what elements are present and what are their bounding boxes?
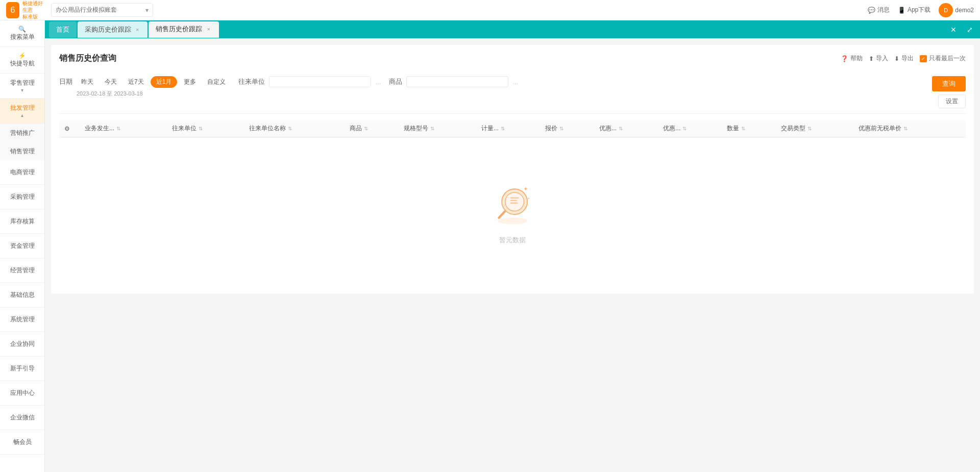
sort-icon: ⇅ <box>199 126 203 131</box>
sidebar-item-label: 基础信息 <box>10 291 35 299</box>
sidebar-item-wechat[interactable]: 企业微信 <box>0 406 44 430</box>
col-biz-date[interactable]: 业务发生...⇅ <box>80 120 167 137</box>
user-menu[interactable]: D demo2 <box>939 3 974 17</box>
sort-icon: ⇅ <box>288 126 292 131</box>
col-discount2[interactable]: 优惠...⇅ <box>658 120 722 137</box>
page-card: 销售历史价查询 ❓ 帮助 ⬆ 导入 ⬇ 导出 <box>51 45 974 294</box>
col-trade-type[interactable]: 交易类型⇅ <box>776 120 853 137</box>
download-icon: 📱 <box>898 7 905 14</box>
message-button[interactable]: 💬 消息 <box>868 6 890 14</box>
sidebar-item-inventory[interactable]: 库存核算 <box>0 209 44 234</box>
only-last-checkbox-wrap[interactable]: ✓ 只看最后一次 <box>920 54 966 63</box>
tab-home[interactable]: 首页 <box>49 21 77 38</box>
date-range-display: 2023-02-18 至 2023-03-18 <box>77 90 230 98</box>
content-area: 首页 采购历史价跟踪 × 销售历史价跟踪 × ✕ ⤢ 销售历史价查询 <box>45 20 980 472</box>
date-btn-1month[interactable]: 近1月 <box>151 76 178 88</box>
sort-icon: ⇅ <box>116 126 120 131</box>
date-btn-7days[interactable]: 近7天 <box>124 76 149 88</box>
col-product[interactable]: 商品⇅ <box>345 120 399 137</box>
data-table: ⚙ 业务发生...⇅ 往来单位⇅ 往来单位名称⇅ <box>59 120 966 137</box>
maximize-button[interactable]: ⤢ <box>964 23 976 36</box>
date-btn-today[interactable]: 今天 <box>100 76 121 88</box>
sidebar-item-system[interactable]: 系统管理 <box>0 308 44 332</box>
sidebar-item-marketing[interactable]: 营销推广 <box>0 124 44 142</box>
page-title: 销售历史价查询 <box>59 53 116 64</box>
unit-filter-dots[interactable]: ... <box>375 78 381 86</box>
search-icon: 🔍 <box>18 26 26 33</box>
sidebar-item-label: 畅会员 <box>13 438 32 446</box>
sidebar-item-label: 库存核算 <box>10 217 35 226</box>
query-button[interactable]: 查询 <box>932 76 966 91</box>
col-pretax-price[interactable]: 优惠前无税单价⇅ <box>853 120 966 137</box>
table-header: ⚙ 业务发生...⇅ 往来单位⇅ 往来单位名称⇅ <box>59 120 966 137</box>
checkbox-icon: ✓ <box>920 55 927 62</box>
table-header-row: ⚙ 业务发生...⇅ 往来单位⇅ 往来单位名称⇅ <box>59 120 966 137</box>
sidebar-item-label: 企业微信 <box>10 413 35 422</box>
sidebar-item-label: 营销推广 <box>10 129 35 137</box>
date-btn-custom[interactable]: 自定义 <box>203 76 230 88</box>
import-label: 导入 <box>876 54 888 63</box>
tab-sales[interactable]: 销售历史价跟踪 × <box>149 21 218 38</box>
empty-state: ✦ ✦ 暂元数据 <box>59 137 966 286</box>
sidebar-item-operations[interactable]: 经营管理 <box>0 258 44 283</box>
sidebar-item-retail[interactable]: 零售管理 ▾ <box>0 74 44 99</box>
col-unit-name[interactable]: 往来单位名称⇅ <box>244 120 345 137</box>
unit-filter-group: 往来单位 ... <box>238 76 381 87</box>
logo-text: 畅捷通好生意标准版 <box>22 0 47 20</box>
col-discount1[interactable]: 优惠...⇅ <box>594 120 658 137</box>
col-quantity[interactable]: 数量⇅ <box>722 120 776 137</box>
sidebar-item-appstore[interactable]: 应用中心 <box>0 381 44 406</box>
chevron-down-icon: ▾ <box>145 7 149 14</box>
date-filter-label: 日期 <box>59 77 72 86</box>
col-unit[interactable]: 计量...⇅ <box>476 120 540 137</box>
col-price[interactable]: 报价⇅ <box>540 120 594 137</box>
import-button[interactable]: ⬆ 导入 <box>869 54 888 63</box>
product-filter-dots[interactable]: ... <box>512 78 518 86</box>
close-all-tabs-button[interactable]: ✕ <box>947 23 960 36</box>
svg-point-2 <box>505 193 524 211</box>
sidebar-item-member[interactable]: 畅会员 <box>0 430 44 455</box>
tab-purchase[interactable]: 采购历史价跟踪 × <box>78 21 148 38</box>
chevron-up-icon: ▴ <box>21 112 23 118</box>
sidebar-item-guide[interactable]: 新手引导 <box>0 357 44 381</box>
sidebar-item-label: 资金管理 <box>10 242 35 250</box>
col-spec[interactable]: 规格型号⇅ <box>399 120 476 137</box>
unit-filter-input[interactable] <box>269 76 371 87</box>
sort-icon: ⇅ <box>501 126 505 131</box>
sidebar-item-shortcuts[interactable]: ⚡ 快捷导航 <box>0 47 44 74</box>
date-filter-options: 昨天 今天 近7天 近1月 更多 自定义 2023-02-18 至 2023-0… <box>77 76 230 98</box>
date-btn-yesterday[interactable]: 昨天 <box>77 76 98 88</box>
settings-button[interactable]: 设置 <box>938 95 966 108</box>
svg-point-0 <box>498 218 527 224</box>
sidebar-item-sales-mgmt[interactable]: 销售管理 <box>0 142 44 160</box>
sidebar-item-purchase[interactable]: 采购管理 <box>0 185 44 209</box>
sidebar-item-enterprise[interactable]: 企业协同 <box>0 332 44 357</box>
tab-bar: 首页 采购历史价跟踪 × 销售历史价跟踪 × ✕ ⤢ <box>45 20 980 39</box>
product-filter-group: 商品 ... <box>389 76 518 87</box>
app-download-button[interactable]: 📱 App下载 <box>898 6 930 14</box>
help-button[interactable]: ❓ 帮助 <box>841 54 863 63</box>
sidebar-item-wholesale[interactable]: 批发管理 ▴ <box>0 99 44 124</box>
col-settings[interactable]: ⚙ <box>59 120 80 137</box>
sidebar-item-ecommerce[interactable]: 电商管理 <box>0 160 44 185</box>
app-selector[interactable]: 办公用品行业模拟账套 ▾ <box>51 3 153 17</box>
sidebar-item-search[interactable]: 🔍 搜索菜单 <box>0 20 44 47</box>
import-icon: ⬆ <box>869 55 874 62</box>
empty-state-text: 暂元数据 <box>499 235 526 245</box>
sidebar-item-basic[interactable]: 基础信息 <box>0 283 44 308</box>
svg-line-6 <box>499 211 505 218</box>
sort-icon: ⇅ <box>741 126 745 131</box>
sidebar-item-finance[interactable]: 资金管理 <box>0 234 44 258</box>
col-unit-code[interactable]: 往来单位⇅ <box>167 120 244 137</box>
message-label: 消息 <box>877 6 890 14</box>
date-filter-group: 日期 昨天 今天 近7天 近1月 更多 自定义 2023-02-18 至 202… <box>59 76 230 98</box>
tab-bar-actions: ✕ ⤢ <box>947 23 976 36</box>
date-btn-more[interactable]: 更多 <box>179 76 201 88</box>
tab-purchase-close[interactable]: × <box>134 26 140 33</box>
settings-icon: ⚙ <box>64 125 70 132</box>
sort-icon: ⇅ <box>903 126 908 131</box>
sidebar: 🔍 搜索菜单 ⚡ 快捷导航 零售管理 ▾ 批发管理 ▴ 营销推广 销售管理 电商… <box>0 20 45 472</box>
tab-sales-close[interactable]: × <box>205 26 211 33</box>
product-filter-input[interactable] <box>406 76 508 87</box>
export-button[interactable]: ⬇ 导出 <box>894 54 914 63</box>
